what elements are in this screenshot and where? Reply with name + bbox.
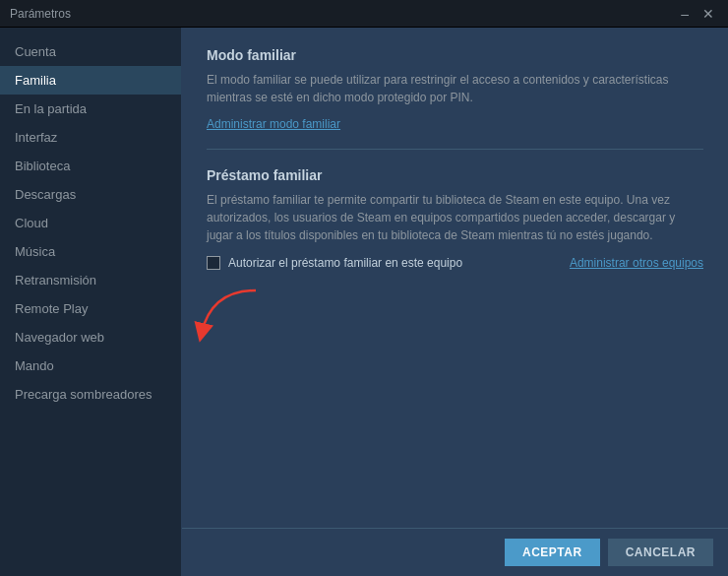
prestamo-familiar-title: Préstamo familiar (207, 167, 703, 183)
sidebar-item-musica[interactable]: Música (0, 237, 181, 266)
window-title: Parámetros (10, 7, 71, 21)
sidebar: Cuenta Familia En la partida Interfaz Bi… (0, 28, 182, 576)
sidebar-item-cuenta[interactable]: Cuenta (0, 37, 181, 66)
sidebar-item-en-la-partida[interactable]: En la partida (0, 95, 181, 123)
sidebar-item-remote-play[interactable]: Remote Play (0, 294, 181, 323)
title-bar: Parámetros – ✕ (0, 0, 728, 28)
prestamo-familiar-text: El préstamo familiar te permite comparti… (207, 191, 703, 244)
accept-button[interactable]: ACEPTAR (505, 539, 600, 566)
sidebar-item-mando[interactable]: Mando (0, 352, 181, 380)
main-container: Cuenta Familia En la partida Interfaz Bi… (0, 28, 728, 576)
sidebar-item-precarga-sombreadores[interactable]: Precarga sombreadores (0, 380, 181, 409)
bottom-bar: ACEPTAR CANCELAR (182, 528, 728, 576)
sidebar-item-interfaz[interactable]: Interfaz (0, 123, 181, 152)
close-button[interactable]: ✕ (698, 7, 718, 21)
content-scroll: Modo familiar El modo familiar se puede … (207, 47, 703, 556)
autorizar-checkbox-row: Autorizar el préstamo familiar en este e… (207, 256, 703, 270)
sidebar-item-cloud[interactable]: Cloud (0, 209, 181, 237)
autorizar-checkbox-label: Autorizar el préstamo familiar en este e… (228, 256, 462, 270)
administrar-modo-familiar-link[interactable]: Administrar modo familiar (207, 117, 340, 131)
sidebar-item-navegador-web[interactable]: Navegador web (0, 323, 181, 352)
modo-familiar-title: Modo familiar (207, 47, 703, 63)
sidebar-item-descargas[interactable]: Descargas (0, 180, 181, 209)
section-divider (207, 149, 703, 150)
autorizar-checkbox[interactable] (207, 256, 220, 270)
administrar-otros-equipos-link[interactable]: Administrar otros equipos (570, 256, 703, 270)
sidebar-item-familia[interactable]: Familia (0, 66, 181, 95)
minimize-button[interactable]: – (677, 7, 693, 21)
window-controls: – ✕ (677, 7, 718, 21)
cancel-button[interactable]: CANCELAR (608, 539, 713, 566)
content-area: Modo familiar El modo familiar se puede … (182, 28, 728, 576)
modo-familiar-text: El modo familiar se puede utilizar para … (207, 71, 703, 106)
sidebar-item-retransmision[interactable]: Retransmisión (0, 266, 181, 294)
sidebar-item-biblioteca[interactable]: Biblioteca (0, 152, 181, 180)
